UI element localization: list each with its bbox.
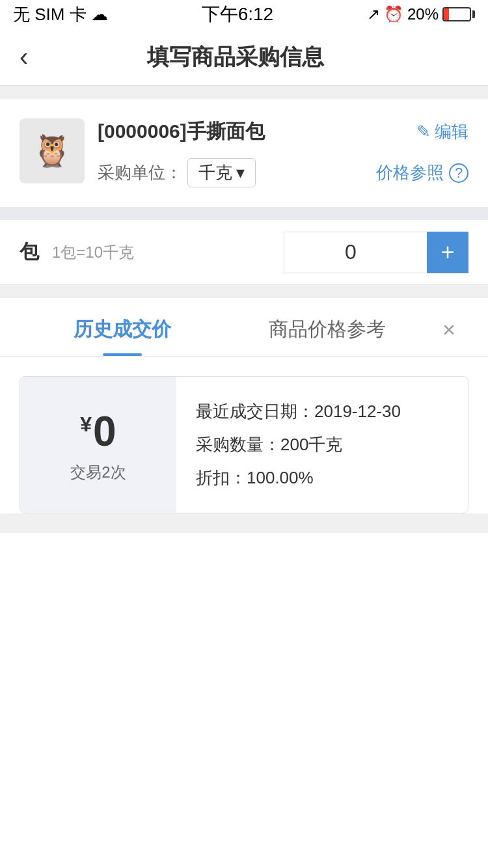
price-ref-help-icon: ? [449,163,468,183]
edit-label: 编辑 [435,120,468,143]
battery-indicator [442,7,475,21]
purchase-qty-row: 采购数量：200千克 [196,433,448,456]
status-left: 无 SIM 卡 ☁ [13,3,108,26]
status-bar: 无 SIM 卡 ☁ 下午6:12 ↗ ⏰ 20% [0,0,488,29]
section-divider [0,207,488,220]
transaction-price: ¥ 0 [80,407,116,455]
transaction-price-area: ¥ 0 交易2次 [20,377,176,513]
battery-fill [444,8,449,20]
product-name: [0000006]手撕面包 [98,118,265,145]
product-thumbnail-icon: 🦉 [33,133,72,169]
product-name-row: [0000006]手撕面包 ✎ 编辑 [98,118,468,145]
discount-row: 折扣：100.00% [196,467,448,489]
quantity-plus-button[interactable]: + [427,232,468,273]
tab-close-button[interactable]: × [429,299,468,355]
purchase-qty-label: 采购数量： [196,435,280,454]
transaction-card: ¥ 0 交易2次 最近成交日期：2019-12-30 采购数量：200千克 折扣… [20,376,468,513]
quantity-row: 包 1包=10千克 + [0,220,488,285]
product-unit-row: 采购单位： 千克 ▾ 价格参照 ? [98,158,468,187]
unit-label: 采购单位： [98,161,182,184]
product-image: 🦉 [20,118,85,183]
tab-product-price-ref-label: 商品价格参考 [269,318,386,340]
tab-header: 历史成交价 商品价格参考 × [0,298,488,357]
product-title: 手撕面包 [187,120,265,142]
discount-value: 100.00% [247,468,314,487]
purchase-qty-value: 200千克 [280,435,342,454]
quantity-unit-note: 1包=10千克 [52,242,134,263]
edit-icon: ✎ [416,122,431,142]
price-number: 0 [93,407,116,455]
sim-status: 无 SIM 卡 ☁ [13,3,108,26]
product-section: 🦉 [0000006]手撕面包 ✎ 编辑 采购单位： 千克 ▾ 价格参照 ? [0,99,488,207]
dropdown-arrow-icon: ▾ [236,163,245,183]
recent-date-row: 最近成交日期：2019-12-30 [196,400,448,423]
quantity-unit-label: 包 [20,239,39,265]
tab-section: 历史成交价 商品价格参考 × ¥ 0 交易2次 最近成交日期：2019-12-3… [0,298,488,513]
edit-button[interactable]: ✎ 编辑 [416,120,468,143]
alarm-icon: ⏰ [384,5,403,23]
tab-history-price[interactable]: 历史成交价 [20,298,224,356]
transaction-count: 交易2次 [70,462,126,483]
transaction-details: 最近成交日期：2019-12-30 采购数量：200千克 折扣：100.00% [176,377,468,513]
nav-bar: ‹ 填写商品采购信息 [0,29,488,86]
battery-body [442,7,471,21]
product-id: [0000006] [98,120,187,142]
quantity-input[interactable] [284,232,427,273]
price-reference-button[interactable]: 价格参照 ? [376,161,468,184]
recent-date-label: 最近成交日期： [196,401,314,421]
tab-product-price-ref[interactable]: 商品价格参考 [224,298,429,356]
unit-select-dropdown[interactable]: 千克 ▾ [187,158,256,187]
location-icon: ↗ [367,5,380,23]
status-time: 下午6:12 [202,2,274,27]
status-right: ↗ ⏰ 20% [367,5,475,23]
unit-value: 千克 [198,161,232,184]
page-title: 填写商品采购信息 [41,42,429,72]
discount-label: 折扣： [196,468,247,487]
back-button[interactable]: ‹ [20,42,28,72]
product-info: [0000006]手撕面包 ✎ 编辑 采购单位： 千克 ▾ 价格参照 ? [98,118,468,187]
battery-tip [472,10,475,18]
price-ref-label: 价格参照 [376,161,444,184]
battery-percent: 20% [407,5,439,23]
unit-section: 采购单位： 千克 ▾ [98,158,256,187]
currency-symbol: ¥ [80,413,92,437]
recent-date-value: 2019-12-30 [314,401,401,421]
content-area [0,533,488,868]
quantity-input-area: + [147,232,468,273]
tab-history-price-label: 历史成交价 [74,318,171,340]
